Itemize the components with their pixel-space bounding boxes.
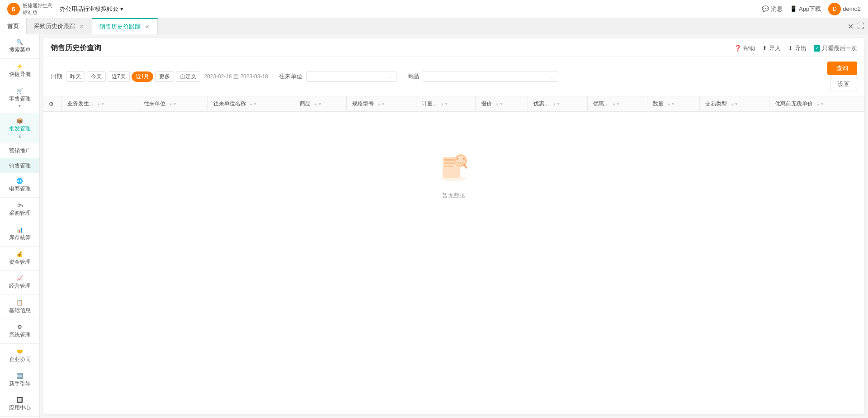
- search-icon: 🔍: [16, 39, 23, 45]
- logo-area: 6 畅捷通好生意 标准版: [7, 2, 52, 15]
- import-icon: ⬆: [762, 45, 767, 52]
- sort-arrows-pretax-price: ▲▼: [816, 102, 824, 106]
- app-selector[interactable]: 办公用品行业模拟账套 ▾: [56, 3, 127, 15]
- sort-arrows-discount2: ▲▼: [612, 102, 620, 106]
- sidebar-item-operation[interactable]: 📈 经营管理: [0, 271, 39, 295]
- th-pretax-price[interactable]: 优惠前无税单价 ▲▼: [769, 96, 864, 112]
- tab-maximize-button[interactable]: ⛶: [857, 22, 864, 30]
- date-btn-today[interactable]: 今天: [87, 71, 106, 82]
- settings-button[interactable]: 设置: [830, 77, 857, 91]
- sidebar: 🔍 搜索菜单 ⚡ 快捷导航 🛒 零售管理 ▾ 📦 批发管理 ▴ 营销推广 销售管…: [0, 34, 40, 418]
- logo-text: 畅捷通好生意 标准版: [23, 2, 52, 15]
- table-container: ⚙ 业务发生... ▲▼ 往来单位 ▲▼ 往来单位名称: [43, 96, 864, 414]
- date-btn-custom[interactable]: 自定义: [176, 71, 200, 82]
- purchase-icon: 🛍: [17, 202, 23, 209]
- sort-arrows-partner-name: ▲▼: [249, 102, 257, 106]
- sidebar-item-finance[interactable]: 💰 资金管理: [0, 247, 39, 271]
- th-unit[interactable]: 计量... ▲▼: [416, 96, 476, 112]
- app-download-button[interactable]: 📱 App下载: [790, 5, 821, 13]
- product-filter-group: 商品 ...: [407, 71, 558, 82]
- th-discount1[interactable]: 优惠... ▲▼: [528, 96, 588, 112]
- query-button[interactable]: 查询: [827, 62, 857, 75]
- date-buttons: 昨天 今天 近7天 近1月 更多 自定义: [66, 71, 200, 82]
- export-icon: ⬇: [788, 45, 793, 52]
- tab-bar: 首页 采购历史价跟踪 ✕ 销售历史价跟踪 ✕ ✕ ⛶: [0, 18, 868, 34]
- th-product[interactable]: 商品 ▲▼: [294, 96, 346, 112]
- partner-input-dots: ...: [388, 73, 392, 80]
- tab-purchase-history[interactable]: 采购历史价跟踪 ✕: [27, 18, 92, 34]
- guide-icon: 🆕: [16, 373, 23, 379]
- sidebar-item-guide[interactable]: 🆕 新手引导: [0, 368, 39, 393]
- system-icon: ⚙: [17, 324, 22, 330]
- date-btn-7days[interactable]: 近7天: [108, 71, 130, 82]
- date-btn-more[interactable]: 更多: [155, 71, 174, 82]
- tab-sales-history[interactable]: 销售历史价跟踪 ✕: [92, 18, 158, 34]
- th-biz-date[interactable]: 业务发生... ▲▼: [61, 96, 138, 112]
- sidebar-item-app-center[interactable]: 🔲 应用中心: [0, 392, 39, 417]
- sidebar-item-marketing[interactable]: 营销推广: [0, 143, 39, 158]
- sort-arrows-trade-type: ▲▼: [730, 102, 738, 106]
- sort-arrows-quote: ▲▼: [495, 102, 504, 106]
- sidebar-item-system[interactable]: ⚙ 系统管理: [0, 319, 39, 344]
- shortcut-icon: ⚡: [16, 63, 23, 70]
- date-btn-1month[interactable]: 近1月: [132, 71, 154, 82]
- sidebar-item-search[interactable]: 🔍 搜索菜单: [0, 34, 39, 59]
- main-layout: 🔍 搜索菜单 ⚡ 快捷导航 🛒 零售管理 ▾ 📦 批发管理 ▴ 营销推广 销售管…: [0, 34, 868, 418]
- checkbox-icon: ✓: [814, 45, 820, 52]
- chevron-down-icon: ▾: [19, 103, 21, 108]
- th-partner-code[interactable]: 往来单位 ▲▼: [138, 96, 208, 112]
- chevron-up-icon: ▴: [19, 133, 21, 138]
- inventory-icon: 📊: [16, 227, 23, 233]
- tab-bar-actions: ✕ ⛶: [848, 18, 868, 34]
- sidebar-item-shortcut[interactable]: ⚡ 快捷导航: [0, 59, 39, 83]
- filter-bar: 日期 昨天 今天 近7天 近1月 更多 自定义 2023-02-18 至 202…: [43, 57, 864, 96]
- sidebar-item-purchase[interactable]: 🛍 采购管理: [0, 198, 39, 222]
- th-spec[interactable]: 规格型号 ▲▼: [346, 96, 416, 112]
- message-button[interactable]: 💬 消息: [762, 5, 783, 13]
- sidebar-item-wholesale[interactable]: 📦 批发管理 ▴: [0, 113, 39, 143]
- sidebar-item-basic-info[interactable]: 📋 基础信息: [0, 295, 39, 319]
- help-button[interactable]: ❓ 帮助: [734, 44, 755, 52]
- chevron-down-icon: ▾: [120, 5, 123, 12]
- retail-icon: 🛒: [16, 88, 23, 94]
- export-button[interactable]: ⬇ 导出: [788, 44, 807, 52]
- finance-icon: 💰: [16, 251, 23, 257]
- top-bar: 6 畅捷通好生意 标准版 办公用品行业模拟账套 ▾ 💬 消息 📱 App下载 D…: [0, 0, 868, 18]
- page-header-actions: ❓ 帮助 ⬆ 导入 ⬇ 导出 ✓ 只看最后一次: [734, 44, 857, 52]
- sidebar-item-enterprise[interactable]: 🤝 企业协同: [0, 344, 39, 368]
- empty-icon: [436, 148, 472, 184]
- operation-icon: 📈: [16, 275, 23, 281]
- user-menu-button[interactable]: D demo2: [828, 3, 861, 15]
- tab-close-all-button[interactable]: ✕: [848, 22, 854, 31]
- only-last-checkbox[interactable]: ✓ 只看最后一次: [814, 44, 857, 52]
- partner-input[interactable]: ...: [306, 71, 396, 82]
- th-quantity[interactable]: 数量 ▲▼: [647, 96, 700, 112]
- th-partner-name[interactable]: 往来单位名称 ▲▼: [208, 96, 294, 112]
- enterprise-icon: 🤝: [16, 348, 23, 355]
- sidebar-item-sales-mgmt[interactable]: 销售管理: [0, 158, 39, 173]
- product-input-dots: ...: [550, 73, 554, 80]
- tab-home[interactable]: 首页: [0, 18, 27, 34]
- page-content: 销售历史价查询 ❓ 帮助 ⬆ 导入 ⬇ 导出 ✓: [43, 38, 864, 414]
- svg-point-9: [463, 158, 465, 160]
- help-icon: ❓: [734, 45, 741, 52]
- logo-icon: 6: [7, 3, 20, 15]
- sidebar-item-ecommerce[interactable]: 🌐 电商管理: [0, 173, 39, 198]
- data-table: ⚙ 业务发生... ▲▼ 往来单位 ▲▼ 往来单位名称: [43, 96, 864, 112]
- date-btn-yesterday[interactable]: 昨天: [66, 71, 85, 82]
- sort-arrows-partner-code: ▲▼: [169, 102, 177, 106]
- avatar: D: [828, 3, 841, 15]
- wholesale-icon: 📦: [16, 118, 23, 124]
- import-button[interactable]: ⬆ 导入: [762, 44, 781, 52]
- sidebar-item-retail[interactable]: 🛒 零售管理 ▾: [0, 83, 39, 114]
- sidebar-item-inventory[interactable]: 📊 库存核算: [0, 222, 39, 247]
- tab-purchase-history-close[interactable]: ✕: [79, 24, 85, 29]
- th-trade-type[interactable]: 交易类型 ▲▼: [700, 96, 769, 112]
- table-settings-icon[interactable]: ⚙: [49, 101, 54, 107]
- th-settings[interactable]: ⚙: [43, 96, 61, 112]
- tab-sales-history-close[interactable]: ✕: [144, 24, 150, 30]
- svg-point-8: [457, 158, 458, 160]
- product-input[interactable]: ...: [423, 71, 558, 82]
- th-quote[interactable]: 报价 ▲▼: [476, 96, 528, 112]
- th-discount2[interactable]: 优惠... ▲▼: [588, 96, 647, 112]
